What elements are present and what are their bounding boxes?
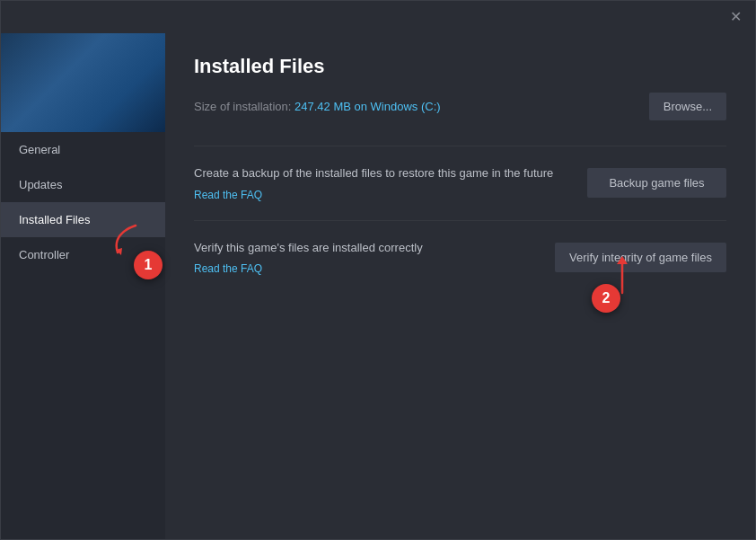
size-text: Size of installation: 247.42 MB on Windo… xyxy=(194,100,441,113)
main-content: Installed Files Size of installation: 24… xyxy=(165,33,755,539)
arrow-1 xyxy=(109,221,145,257)
size-label: Size of installation: xyxy=(194,100,291,113)
verify-section-left: Verify this game's files are installed c… xyxy=(194,239,555,277)
size-value: 247.42 MB on Windows (C:) xyxy=(294,100,441,113)
annotation-1: 1 xyxy=(134,251,163,279)
content-area: General Updates Installed Files Controll… xyxy=(1,33,755,539)
close-button[interactable]: ✕ xyxy=(726,8,744,26)
size-info: Size of installation: 247.42 MB on Windo… xyxy=(194,93,726,120)
backup-section: Create a backup of the installed files t… xyxy=(194,146,726,220)
svg-marker-1 xyxy=(617,256,628,264)
sidebar-item-general[interactable]: General xyxy=(1,132,165,167)
verify-description: Verify this game's files are installed c… xyxy=(194,239,537,257)
backup-section-left: Create a backup of the installed files t… xyxy=(194,164,587,202)
sidebar: General Updates Installed Files Controll… xyxy=(1,33,165,539)
dialog: ✕ General Updates Installed Files Contro… xyxy=(0,0,756,540)
sidebar-item-updates[interactable]: Updates xyxy=(1,167,165,202)
annotation-2: 2 xyxy=(592,284,620,313)
backup-description: Create a backup of the installed files t… xyxy=(194,164,569,182)
verify-section: Verify this game's files are installed c… xyxy=(194,220,726,295)
verify-faq-link[interactable]: Read the FAQ xyxy=(194,262,262,275)
backup-button[interactable]: Backup game files xyxy=(587,168,726,198)
verify-button[interactable]: Verify integrity of game files xyxy=(555,243,726,272)
browse-button[interactable]: Browse... xyxy=(649,93,726,120)
title-bar: ✕ xyxy=(1,1,755,33)
game-thumbnail xyxy=(1,33,165,132)
page-title: Installed Files xyxy=(194,55,726,78)
backup-faq-link[interactable]: Read the FAQ xyxy=(194,189,262,201)
